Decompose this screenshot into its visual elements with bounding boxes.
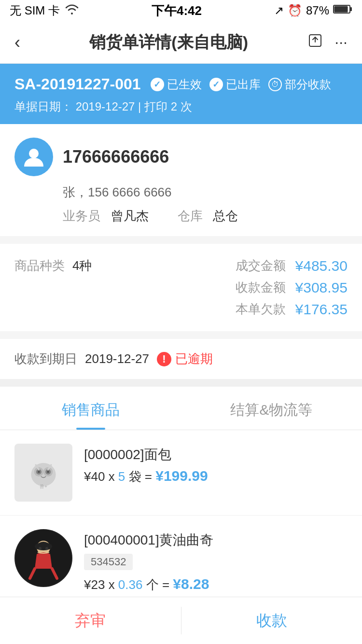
tab-products[interactable]: 销售商品 — [0, 387, 181, 430]
product-unit-2: 个 — [146, 577, 159, 592]
product-quantity-2: 0.36 — [118, 577, 143, 592]
product-type-stats: 商品种类 4种 — [14, 257, 92, 274]
due-date-label: 收款到期日 — [14, 350, 77, 367]
content-tabs: 销售商品 结算&物流等 — [0, 387, 362, 430]
sales-value: 曾凡杰 — [111, 209, 149, 223]
status-right: ↗ ⏰ 87% — [274, 4, 352, 17]
clock-icon: ⏱ — [268, 78, 282, 91]
svg-point-4 — [29, 149, 39, 158]
product-total-2: ¥8.28 — [173, 576, 209, 592]
stats-section: 商品种类 4种 成交金额 ¥485.30 收款金额 ¥308.95 本单欠款 ¥… — [0, 244, 362, 331]
product-placeholder-1: 兽+ — [14, 444, 72, 502]
nav-bar: ‹ 销货单详情(来自电脑) ··· — [0, 21, 362, 64]
svg-point-11 — [47, 471, 49, 473]
check-icon-shipped: ✓ — [209, 78, 223, 91]
owl-icon: 兽+ — [24, 453, 63, 492]
customer-contact: 张，156 6666 6666 — [14, 184, 348, 201]
collect-button[interactable]: 收款 — [181, 597, 362, 644]
product-eq-2: = — [162, 577, 173, 592]
bottom-bar: 弃审 收款 — [0, 597, 362, 644]
share-icon[interactable] — [307, 33, 323, 52]
sales-label: 业务员 — [63, 209, 100, 223]
order-header-banner: SA-20191227-001 ✓ 已生效 ✓ 已出库 ⏱ 部分收款 单据日期：… — [0, 64, 362, 124]
product-sku-2: 534532 — [84, 554, 133, 570]
section-divider — [0, 379, 362, 387]
nav-actions: ··· — [307, 33, 348, 52]
collected-label: 收款金额 — [236, 279, 286, 296]
more-icon[interactable]: ··· — [334, 33, 348, 51]
product-price-sep-1: x — [109, 469, 118, 484]
print-info: | 打印 2 次 — [138, 100, 192, 113]
product-image-2 — [14, 529, 72, 587]
status-left: 无 SIM 卡 — [10, 3, 79, 18]
deal-amount-label: 成交金额 — [236, 257, 286, 274]
customer-section: 17666666666 张，156 6666 6666 业务员 曾凡杰 仓库 总… — [0, 124, 362, 236]
deal-amount-row: 成交金额 ¥485.30 — [236, 257, 348, 274]
product-name-2: [000400001]黄油曲奇 — [84, 531, 348, 549]
status-time: 下午4:42 — [152, 2, 202, 19]
sim-indicator: 无 SIM 卡 — [10, 3, 60, 18]
warehouse-value: 总仓 — [213, 209, 238, 223]
product-unit-1: 袋 — [129, 469, 141, 484]
date-label: 单据日期： — [14, 100, 72, 113]
customer-phone: 17666666666 — [63, 147, 169, 167]
svg-point-17 — [45, 547, 48, 550]
deal-amount-value: ¥485.30 — [295, 258, 348, 274]
status-partial-payment: ⏱ 部分收款 — [268, 77, 331, 92]
back-button[interactable]: ‹ — [14, 32, 20, 53]
product-info-2: [000400001]黄油曲奇 534532 ¥23 x 0.36 个 = ¥8… — [84, 529, 348, 593]
order-number: SA-20191227-001 — [14, 75, 141, 93]
status-activated: ✓ 已生效 — [151, 77, 202, 92]
alarm-icon: ⏰ — [288, 4, 302, 17]
wifi-icon — [65, 4, 79, 17]
product-eq-1: = — [145, 469, 155, 484]
due-date-section: 收款到期日 2019-12-27 ! 已逾期 — [0, 339, 362, 379]
collected-value: ¥308.95 — [295, 280, 348, 296]
battery-level: 87% — [306, 4, 329, 17]
debt-amount-row: 本单欠款 ¥176.35 — [236, 301, 348, 318]
customer-avatar — [14, 138, 53, 176]
svg-point-10 — [38, 471, 40, 473]
order-header-row: SA-20191227-001 ✓ 已生效 ✓ 已出库 ⏱ 部分收款 — [14, 75, 348, 93]
product-info-1: [0000002]面包 ¥40 x 5 袋 = ¥199.99 — [84, 444, 348, 485]
financial-stats: 成交金额 ¥485.30 收款金额 ¥308.95 本单欠款 ¥176.35 — [236, 257, 348, 318]
warehouse-meta: 仓库 总仓 — [178, 208, 238, 224]
product-total-1: ¥199.99 — [155, 468, 208, 484]
sales-meta: 业务员 曾凡杰 — [63, 208, 149, 224]
debt-value: ¥176.35 — [295, 301, 348, 318]
product-price-amount-2: ¥23 — [84, 577, 105, 592]
svg-rect-2 — [334, 6, 348, 13]
status-activated-label: 已生效 — [167, 77, 202, 92]
svg-rect-1 — [350, 7, 352, 11]
product-list: 兽+ [0000002]面包 ¥40 x 5 袋 = ¥199.99 — [0, 430, 362, 607]
product-thumbnail-1: 兽+ — [14, 444, 72, 502]
product-price-sep-2: x — [109, 577, 118, 592]
svg-point-16 — [39, 547, 42, 550]
status-tags: ✓ 已生效 ✓ 已出库 ⏱ 部分收款 — [151, 77, 331, 92]
avatar-icon — [22, 145, 46, 169]
debt-label: 本单欠款 — [236, 301, 286, 318]
collect-label: 收款 — [256, 610, 287, 631]
order-date-info: 单据日期： 2019-12-27 | 打印 2 次 — [14, 99, 348, 114]
status-shipped-label: 已出库 — [226, 77, 261, 92]
reject-label: 弃审 — [75, 610, 106, 631]
reject-button[interactable]: 弃审 — [0, 597, 181, 644]
tab-settlement-label: 结算&物流等 — [230, 402, 312, 418]
warehouse-label: 仓库 — [178, 209, 203, 223]
product-price-1: ¥40 x 5 袋 = ¥199.99 — [84, 468, 348, 485]
order-date: 2019-12-27 — [76, 100, 135, 113]
overdue-badge: ! 已逾期 — [157, 350, 213, 367]
product-quantity-1: 5 — [118, 469, 125, 484]
product-price-2: ¥23 x 0.36 个 = ¥8.28 — [84, 576, 348, 593]
status-partial-label: 部分收款 — [285, 77, 331, 92]
overdue-icon: ! — [157, 352, 171, 366]
battery-icon — [333, 4, 352, 17]
tab-products-label: 销售商品 — [62, 402, 120, 418]
product-item-2: [000400001]黄油曲奇 534532 ¥23 x 0.36 个 = ¥8… — [0, 516, 362, 607]
tab-settlement[interactable]: 结算&物流等 — [181, 387, 362, 430]
product-price-amount-1: ¥40 — [84, 469, 105, 484]
status-bar: 无 SIM 卡 下午4:42 ↗ ⏰ 87% — [0, 0, 362, 21]
product-item: 兽+ [0000002]面包 ¥40 x 5 袋 = ¥199.99 — [0, 430, 362, 516]
product-type-value: 4种 — [72, 257, 92, 274]
customer-row: 17666666666 — [14, 138, 348, 176]
